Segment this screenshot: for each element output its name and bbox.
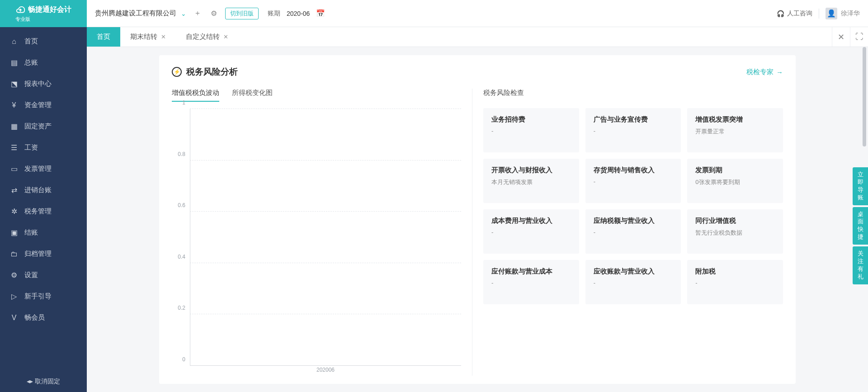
risk-card[interactable]: 发票到期0张发票将要到期 [687,159,783,203]
chart-tab-vat[interactable]: 增值税税负波动 [172,89,219,102]
chart-icon: ⬔ [10,80,18,88]
nav-close[interactable]: ▣结账 [0,222,87,243]
nav-inout[interactable]: ⇄进销台账 [0,179,87,201]
tab-period-close[interactable]: 期末结转 ✕ [120,27,176,47]
risk-card-title: 同行业增值税 [695,217,775,225]
risk-card[interactable]: 应纳税额与营业收入- [585,209,681,254]
risk-card-value: 0张发票将要到期 [695,178,775,186]
risk-card[interactable]: 广告与业务宣传费- [585,108,681,152]
sidebar: 畅捷通好会计 专业版 ⌂首页 ▤总账 ⬔报表中心 ¥资金管理 ▦固定资产 ☰工资… [0,0,87,392]
risk-card-title: 成本费用与营业收入 [491,217,571,225]
x-tick: 202006 [316,367,335,373]
nav-label: 发票管理 [24,165,52,173]
old-version-button[interactable]: 切到旧版 [225,8,259,19]
add-icon[interactable]: ＋ [193,9,203,19]
play-icon: ▷ [10,293,18,301]
risk-card[interactable]: 增值税发票突增开票量正常 [687,108,783,152]
x-axis: 202006 [190,367,461,376]
close-all-tabs[interactable]: ✕ [832,27,850,47]
tabstrip: 首页 期末结转 ✕ 自定义结转 ✕ ✕ ⛶ [87,27,868,47]
risk-card-value: - [695,279,775,286]
risk-card[interactable]: 业务招待费- [483,108,579,152]
nav-label: 税务管理 [24,207,52,216]
nav-invoice[interactable]: ▭发票管理 [0,158,87,179]
nav-tax[interactable]: ✲税务管理 [0,201,87,222]
risk-card[interactable]: 应付账款与营业成本- [483,260,579,304]
nav-reports[interactable]: ⬔报表中心 [0,73,87,94]
pin-toggle[interactable]: ◂▸ 取消固定 [0,371,87,392]
nav-label: 资金管理 [24,101,52,109]
y-tick: 0.6 [178,202,185,208]
salary-icon: ☰ [10,144,18,152]
nav-guide[interactable]: ▷新手引导 [0,286,87,307]
asset-icon: ▦ [10,123,18,131]
risk-card-title: 广告与业务宣传费 [594,115,673,124]
fullscreen-icon[interactable]: ⛶ [850,27,868,47]
close-icon[interactable]: ✕ [161,33,166,40]
nav-funds[interactable]: ¥资金管理 [0,94,87,116]
risk-card[interactable]: 同行业增值税暂无行业税负数据 [687,209,783,254]
gear-icon[interactable]: ⚙ [209,9,219,19]
money-icon: ¥ [10,101,18,109]
period-label: 账期 [268,9,280,18]
expert-link-text: 税检专家 [746,68,774,76]
tax-expert-link[interactable]: 税检专家 → [746,68,783,76]
nav-label: 工资 [24,143,38,152]
inout-icon: ⇄ [10,186,18,194]
brand-edition: 专业版 [15,16,30,23]
nav-assets[interactable]: ▦固定资产 [0,116,87,137]
y-tick: 0.2 [178,305,185,311]
risk-card[interactable]: 成本费用与营业收入- [483,209,579,254]
scrollbar[interactable] [863,47,867,392]
user-menu[interactable]: 👤 徐泽华 [826,8,860,19]
nav-salary[interactable]: ☰工资 [0,137,87,158]
tab-label: 首页 [97,33,110,41]
risk-card-title: 存货周转与销售收入 [594,166,673,175]
nav-ledger[interactable]: ▤总账 [0,52,87,73]
nav-label: 报表中心 [24,80,52,88]
nav-label: 畅会员 [24,313,45,322]
gear-icon: ⚙ [10,271,18,279]
risk-card-value: - [594,229,673,236]
archive-icon: 🗀 [10,250,18,258]
nav-home[interactable]: ⌂首页 [0,31,87,52]
risk-card-title: 开票收入与财报收入 [491,166,571,175]
risk-card-value: - [491,128,571,134]
bolt-icon: ⚡ [172,67,182,77]
tab-label: 自定义结转 [186,33,220,41]
risk-card-value: - [594,178,673,185]
nav-settings[interactable]: ⚙设置 [0,264,87,286]
risk-card-title: 附加税 [695,267,775,276]
nav-list: ⌂首页 ▤总账 ⬔报表中心 ¥资金管理 ▦固定资产 ☰工资 ▭发票管理 ⇄进销台… [0,27,87,371]
nav-archive[interactable]: 🗀归档管理 [0,243,87,264]
risk-card[interactable]: 应收账款与营业收入- [585,260,681,304]
arrow-right-icon: → [776,68,783,76]
nav-label: 总账 [24,58,38,67]
risk-card[interactable]: 开票收入与财报收入本月无销项发票 [483,159,579,203]
tax-risk-panel: ⚡ 税务风险分析 税检专家 → 增值税税负波动 所得税变化图 [159,55,796,384]
tab-home[interactable]: 首页 [87,27,120,47]
tab-custom-close[interactable]: 自定义结转 ✕ [176,27,238,47]
risk-card-value: 开票量正常 [695,128,775,136]
tax-icon: ✲ [10,208,18,216]
calendar-icon[interactable]: 📅 [316,9,325,18]
risk-card[interactable]: 附加税- [687,260,783,304]
y-tick: 0.8 [178,151,185,157]
nav-label: 进销台账 [24,186,52,194]
customer-service-link[interactable]: 🎧 人工咨询 [777,9,812,18]
chart-tab-income[interactable]: 所得税变化图 [232,89,273,102]
pin-label: 取消固定 [35,378,60,385]
risk-card-title: 应纳税额与营业收入 [594,217,673,225]
nav-vip[interactable]: V畅会员 [0,307,87,328]
nav-label: 设置 [24,271,38,279]
close-icon[interactable]: ✕ [223,33,228,40]
period-value: 2020-06 [287,10,310,17]
company-selector[interactable]: 贵州腾越建设工程有限公司 ⌄ [95,9,186,18]
home-icon: ⌂ [10,38,18,46]
scroll-thumb[interactable] [863,47,866,146]
risk-section-title: 税务风险检查 [483,89,783,101]
risk-card[interactable]: 存货周转与销售收入- [585,159,681,203]
avatar-icon: 👤 [826,8,837,19]
risk-grid: 业务招待费-广告与业务宣传费-增值税发票突增开票量正常开票收入与财报收入本月无销… [483,108,783,304]
topbar: 贵州腾越建设工程有限公司 ⌄ ＋ ⚙ 切到旧版 账期 2020-06 📅 🎧 人… [87,0,868,27]
